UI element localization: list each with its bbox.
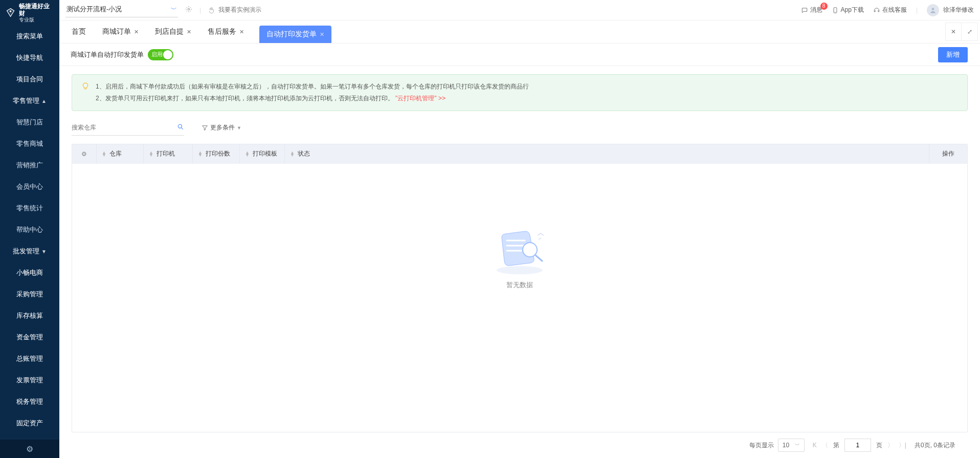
svg-point-0	[10, 10, 12, 12]
search-icon[interactable]	[177, 123, 184, 132]
sidebar-item-invoice[interactable]: 发票管理	[0, 369, 59, 391]
sidebar-settings[interactable]: ⚙	[0, 440, 59, 458]
support-button[interactable]: 在线客服	[873, 6, 907, 14]
avatar-icon	[927, 4, 939, 16]
col-copies[interactable]: ▲▼打印份数	[193, 144, 240, 164]
gear-icon: ⚙	[26, 444, 33, 454]
svg-point-6	[497, 266, 543, 274]
hand-icon	[208, 7, 215, 14]
next-page-button[interactable]: 〉	[887, 441, 894, 450]
cloud-printer-link[interactable]: "云打印机管理" >>	[395, 95, 446, 102]
enable-switch[interactable]: 启用	[148, 49, 173, 60]
more-filters-button[interactable]: 更多条件 ▼	[202, 123, 241, 132]
tab-mall-orders[interactable]: 商城订单✕	[101, 20, 140, 43]
table-header: ⚙ ▲▼仓库 ▲▼打印机 ▲▼打印份数 ▲▼打印模板 ▲▼状态 操作	[72, 144, 967, 164]
first-page-button[interactable]: K	[813, 442, 817, 449]
sidebar-item-search[interactable]: 搜索菜单	[0, 26, 59, 47]
table: ⚙ ▲▼仓库 ▲▼打印机 ▲▼打印份数 ▲▼打印模板 ▲▼状态 操作	[72, 144, 968, 432]
sidebar-item-ledger[interactable]: 总账管理	[0, 348, 59, 369]
prev-page-button[interactable]: 〈	[822, 441, 828, 450]
breadcrumb[interactable]: 测试分开流程-小况 ﹀	[65, 3, 178, 17]
sort-icon: ▲▼	[102, 151, 106, 157]
filter-icon	[202, 124, 208, 131]
svg-point-3	[835, 11, 835, 12]
page-input[interactable]	[844, 439, 871, 452]
demo-link[interactable]: 我要看实例演示	[208, 6, 261, 14]
switch-handle	[163, 50, 172, 59]
sidebar: 畅捷通好业财 专业版 搜索菜单 快捷导航 项目合同 零售管理▲ 智慧门店 零售商…	[0, 0, 59, 458]
close-icon[interactable]: ✕	[239, 29, 244, 35]
topbar: 测试分开流程-小况 ﹀ | 我要看实例演示 消息 8	[59, 0, 980, 20]
sidebar-sub-member[interactable]: 会员中心	[0, 176, 59, 198]
message-badge: 8	[820, 3, 828, 10]
brand-name: 畅捷通好业财	[19, 3, 54, 16]
download-button[interactable]: App下载	[832, 6, 864, 14]
sidebar-item-ecommerce[interactable]: 小畅电商	[0, 262, 59, 283]
messages-button[interactable]: 消息 8	[801, 6, 822, 14]
sidebar-sub-mall[interactable]: 零售商城	[0, 133, 59, 155]
tab-autoprint[interactable]: 自动打印发货单✕	[259, 26, 331, 43]
column-settings[interactable]: ⚙	[72, 144, 97, 164]
bulb-icon	[81, 82, 90, 104]
page-size-select[interactable]: 10 ﹀	[778, 439, 805, 452]
breadcrumb-settings[interactable]	[185, 6, 192, 14]
fullscreen-button[interactable]: ⤢	[962, 23, 978, 41]
sort-icon: ▲▼	[149, 151, 153, 157]
sidebar-item-purchase[interactable]: 采购管理	[0, 283, 59, 305]
new-button[interactable]: 新增	[938, 47, 968, 62]
chevron-down-icon: ﹀	[171, 5, 177, 14]
main-area: 测试分开流程-小况 ﹀ | 我要看实例演示 消息 8	[59, 0, 980, 458]
gear-icon	[185, 6, 192, 13]
tab-pickup[interactable]: 到店自提✕	[154, 20, 192, 43]
search-box[interactable]	[72, 120, 184, 136]
close-icon[interactable]: ✕	[134, 29, 139, 35]
empty-illustration	[489, 225, 550, 276]
sidebar-item-project[interactable]: 项目合同	[0, 69, 59, 90]
caret-down-icon: ▼	[41, 249, 47, 254]
svg-point-1	[188, 8, 190, 10]
empty-text: 暂无数据	[506, 280, 533, 290]
sidebar-item-inventory[interactable]: 库存核算	[0, 305, 59, 326]
sidebar-item-salary[interactable]: 工资	[0, 434, 59, 440]
tab-aftersales[interactable]: 售后服务✕	[207, 20, 245, 43]
table-body-empty: 暂无数据	[72, 164, 967, 432]
chevron-down-icon: ▼	[237, 125, 241, 130]
sidebar-item-funds[interactable]: 资金管理	[0, 326, 59, 348]
gear-icon: ⚙	[81, 150, 87, 158]
brand-edition: 专业版	[19, 17, 54, 23]
sidebar-sub-help[interactable]: 帮助中心	[0, 219, 59, 241]
sidebar-sub-marketing[interactable]: 营销推广	[0, 155, 59, 176]
brand-icon	[5, 7, 16, 18]
col-warehouse[interactable]: ▲▼仓库	[97, 144, 144, 164]
col-printer[interactable]: ▲▼打印机	[144, 144, 193, 164]
close-icon[interactable]: ✕	[320, 31, 324, 38]
sidebar-item-quicknav[interactable]: 快捷导航	[0, 47, 59, 69]
tabbar-wrap: 首页 商城订单✕ 到店自提✕ 售后服务✕ 自动打印发货单✕ ✕ ⤢	[59, 20, 980, 43]
chevron-down-icon: ﹀	[795, 442, 800, 449]
sidebar-sub-stats[interactable]: 零售统计	[0, 198, 59, 219]
sort-icon: ▲▼	[245, 151, 250, 157]
col-status[interactable]: ▲▼状态	[285, 144, 929, 164]
close-icon[interactable]: ✕	[187, 29, 191, 35]
user-name: 徐泽华修改	[943, 6, 974, 14]
close-icon: ✕	[951, 28, 956, 35]
chat-icon	[801, 7, 808, 14]
sidebar-sub-smartstore[interactable]: 智慧门店	[0, 112, 59, 133]
col-action: 操作	[929, 144, 967, 164]
close-all-tabs-button[interactable]: ✕	[945, 23, 962, 41]
search-input[interactable]	[72, 124, 174, 131]
svg-point-5	[178, 124, 182, 128]
tab-home[interactable]: 首页	[71, 20, 87, 43]
sidebar-item-retail[interactable]: 零售管理▲	[0, 90, 59, 112]
sidebar-item-fixedasset[interactable]: 固定资产	[0, 412, 59, 434]
col-template[interactable]: ▲▼打印模板	[240, 144, 285, 164]
sidebar-item-tax[interactable]: 税务管理	[0, 391, 59, 412]
svg-point-4	[932, 8, 934, 10]
sidebar-nav: 搜索菜单 快捷导航 项目合同 零售管理▲ 智慧门店 零售商城 营销推广 会员中心…	[0, 26, 59, 440]
expand-icon: ⤢	[967, 28, 972, 35]
last-page-button[interactable]: 〉|	[899, 441, 906, 450]
user-menu[interactable]: 徐泽华修改	[927, 4, 974, 16]
sidebar-item-wholesale[interactable]: 批发管理▼	[0, 241, 59, 262]
content: 1、启用后，商城下单付款成功后（如果有审核是在审核之后），自动打印发货单。如果一…	[59, 66, 980, 458]
filters: 更多条件 ▼	[72, 111, 968, 144]
